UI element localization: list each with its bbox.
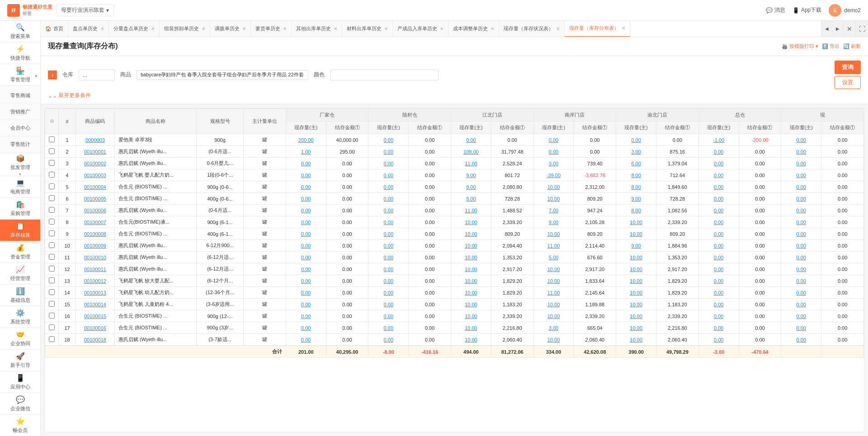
row-checkbox[interactable] bbox=[45, 228, 59, 240]
row-zong-amt: 0.00 bbox=[739, 181, 781, 193]
row-xian-amt: 0.00 bbox=[821, 334, 864, 346]
sidebar-item-finance[interactable]: 💰 资金管理 bbox=[0, 241, 40, 263]
sidebar-item-wechat[interactable]: 💬 企业微信 bbox=[0, 393, 40, 415]
row-checkbox[interactable] bbox=[45, 287, 59, 299]
row-jiangbei-amt: 1,488.52 bbox=[491, 205, 533, 216]
user-area[interactable]: E demo2 bbox=[829, 4, 861, 17]
tab-inventory-status[interactable]: 现存量（库存状况表） ✕ bbox=[499, 21, 565, 37]
sidebar-item-vip[interactable]: ⭐ 畅会员 bbox=[0, 415, 40, 436]
tab-material-outbound[interactable]: 材料出库单历史 ✕ bbox=[342, 21, 393, 37]
row-xian-amt: 0.00 bbox=[821, 322, 864, 334]
row-lucun-amt: 0.00 bbox=[409, 158, 451, 169]
sidebar-item-retail-stats[interactable]: 零售统计 bbox=[0, 136, 40, 153]
row-checkbox[interactable] bbox=[45, 310, 59, 322]
row-checkbox[interactable] bbox=[45, 134, 59, 146]
nav-maximize-btn[interactable]: ⛶ bbox=[855, 21, 868, 37]
close-tab-inv-status[interactable]: ✕ bbox=[556, 26, 560, 31]
row-zong-qty: 0.00 bbox=[698, 322, 739, 334]
table-container[interactable]: ⚙ # 商品编码 商品名称 规格型号 主计量单位 厂家仓 陆村仓 江北门店 南岸… bbox=[44, 108, 864, 432]
query-btn[interactable]: 查询 bbox=[835, 61, 861, 74]
close-tab-assembly[interactable]: ✕ bbox=[202, 26, 205, 31]
refresh-btn[interactable]: 🔄 刷新 bbox=[843, 43, 861, 50]
row-checkbox[interactable] bbox=[45, 193, 59, 205]
product-input[interactable] bbox=[137, 70, 308, 80]
sidebar-item-marketing[interactable]: 营销推广 bbox=[0, 104, 40, 120]
tab-inventory-distribution[interactable]: 现存量（库存分布表） ✕ bbox=[565, 21, 630, 37]
sidebar-item-guide[interactable]: 🚀 新手引导 bbox=[0, 350, 40, 371]
group-lucun: 陆村仓 bbox=[368, 109, 451, 122]
row-yubei-amt: 2,216.80 bbox=[656, 322, 699, 334]
row-checkbox[interactable] bbox=[45, 263, 59, 275]
row-checkbox[interactable] bbox=[45, 205, 59, 216]
row-checkbox[interactable] bbox=[45, 181, 59, 193]
nav-prev-btn[interactable]: ◀ bbox=[821, 21, 832, 37]
row-checkbox[interactable] bbox=[45, 240, 59, 252]
nav-next-btn[interactable]: ▶ bbox=[832, 21, 843, 37]
sidebar-item-nav[interactable]: ⚡ 快捷导航 bbox=[0, 42, 40, 64]
expand-conditions-btn[interactable]: ⌄⌄ 展开更多条件 bbox=[48, 92, 861, 99]
nav-close-all-btn[interactable]: ✕ bbox=[843, 21, 855, 37]
tab-cost-adjust[interactable]: 成本调整单历史 ✕ bbox=[448, 21, 499, 37]
tab-transfer-history[interactable]: 调拨单历史 ✕ bbox=[210, 21, 251, 37]
row-checkbox[interactable] bbox=[45, 275, 59, 287]
tab-requisition-history[interactable]: 要货单历史 ✕ bbox=[251, 21, 292, 37]
row-checkbox[interactable] bbox=[45, 169, 59, 181]
tab-assembly-history[interactable]: 组装拆卸单历史 ✕ bbox=[160, 21, 210, 37]
sidebar-item-search[interactable]: 🔍 搜索英单 bbox=[0, 21, 40, 42]
sidebar-item-retail-mgmt[interactable]: 🏪 零售管理 ▲ bbox=[0, 64, 40, 86]
col-settings[interactable]: ⚙ bbox=[45, 109, 59, 134]
close-tab-inv-dist[interactable]: ✕ bbox=[622, 26, 625, 31]
sidebar-item-purchase[interactable]: 🛍️ 采购管理 bbox=[0, 198, 40, 220]
warehouse-input[interactable] bbox=[79, 70, 115, 80]
row-changjia-qty: 0.00 bbox=[286, 275, 326, 287]
settings-btn[interactable]: 设置 bbox=[835, 76, 861, 89]
row-checkbox[interactable] bbox=[45, 146, 59, 158]
close-tab-other-out[interactable]: ✕ bbox=[334, 26, 337, 31]
close-tab-material-out[interactable]: ✕ bbox=[384, 26, 388, 31]
close-tab-cost-adjust[interactable]: ✕ bbox=[491, 26, 494, 31]
sidebar-item-inventory[interactable]: 📋 库存核算 bbox=[0, 220, 40, 241]
export-btn[interactable]: ⬆️ 导出 bbox=[822, 43, 840, 50]
sidebar-item-collab[interactable]: 🤝 企业协同 bbox=[0, 328, 40, 350]
close-tab-portion-count[interactable]: ✕ bbox=[151, 26, 155, 31]
col-seq: # bbox=[59, 109, 76, 134]
color-input[interactable] bbox=[330, 70, 439, 80]
row-nanan-amt: 2,312.00 bbox=[574, 181, 616, 193]
table-settings-icon[interactable]: ⚙ bbox=[50, 118, 54, 124]
row-checkbox[interactable] bbox=[45, 158, 59, 169]
sub-col-yubei-amt: 结存金额① bbox=[656, 122, 699, 134]
tab-inventory-count-history[interactable]: 盘点单历史 ✕ bbox=[68, 21, 109, 37]
row-checkbox[interactable] bbox=[45, 252, 59, 263]
sub-col-nanan-qty: 现存量(主) bbox=[533, 122, 574, 134]
company-selector[interactable]: 母婴行业演示陈套 ▾ bbox=[56, 4, 114, 16]
sidebar-item-ecommerce[interactable]: 💻 电商管理 bbox=[0, 176, 40, 198]
row-changjia-amt: 0.00 bbox=[326, 193, 368, 205]
messages-btn[interactable]: 💬 消息 bbox=[766, 6, 785, 14]
row-checkbox[interactable] bbox=[45, 216, 59, 228]
sidebar-item-shop[interactable]: 零售商城 bbox=[0, 88, 40, 104]
tab-portion-count-history[interactable]: 分量盘点单历史 ✕ bbox=[109, 21, 160, 37]
close-tab-finished-in[interactable]: ✕ bbox=[440, 26, 443, 31]
main-content: 现存量查询(库存分布) 🖨️ 按模版打印 ▾ ⬆️ 导出 🔄 刷新 › 仓库 商… bbox=[41, 37, 868, 436]
sidebar-item-wholesale[interactable]: 📦 批发管理 ▼ bbox=[0, 155, 40, 176]
expand-toggle-btn[interactable]: › bbox=[48, 70, 57, 80]
sidebar-item-operations[interactable]: 📈 经营管理 bbox=[0, 263, 40, 285]
sidebar-item-apps[interactable]: 📱 应用中心 bbox=[0, 371, 40, 393]
tab-finished-inbound[interactable]: 产成品入库单历史 ✕ bbox=[393, 21, 448, 37]
row-checkbox[interactable] bbox=[45, 334, 59, 346]
row-checkbox[interactable] bbox=[45, 322, 59, 334]
app-download-btn[interactable]: 📱 App下载 bbox=[793, 6, 821, 14]
row-code: 00100010 bbox=[76, 252, 115, 263]
tab-other-outbound[interactable]: 其他出库单历史 ✕ bbox=[292, 21, 342, 37]
row-jiangbei-amt: 0.00 bbox=[491, 134, 533, 146]
sidebar-item-member[interactable]: 会员中心 bbox=[0, 120, 40, 136]
sidebar-item-basic-info[interactable]: ℹ️ 基础信息 bbox=[0, 285, 40, 306]
close-tab-inventory-count[interactable]: ✕ bbox=[100, 26, 104, 31]
tab-home[interactable]: 🏠 首页 bbox=[41, 21, 68, 37]
row-name: 合生元 (BIOSTIME) ... bbox=[114, 228, 196, 240]
sidebar-item-system[interactable]: ⚙️ 系统管理 bbox=[0, 306, 40, 328]
row-checkbox[interactable] bbox=[45, 299, 59, 310]
print-btn[interactable]: 🖨️ 按模版打印 ▾ bbox=[782, 43, 818, 50]
close-tab-requisition[interactable]: ✕ bbox=[283, 26, 287, 31]
close-tab-transfer[interactable]: ✕ bbox=[242, 26, 246, 31]
